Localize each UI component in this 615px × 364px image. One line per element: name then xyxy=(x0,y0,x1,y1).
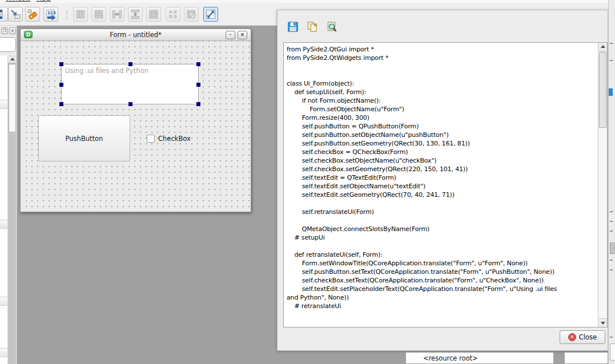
dock-float-button[interactable]: ❐ xyxy=(1,27,8,34)
form-canvas[interactable]: Using .ui files and Python PushButton Ch… xyxy=(21,41,250,212)
copy-code-button[interactable] xyxy=(305,19,319,34)
save-icon xyxy=(287,21,299,33)
scroll-up-arrow-icon[interactable] xyxy=(8,55,17,63)
save-code-button[interactable] xyxy=(286,19,300,34)
layout-horizontally-button[interactable] xyxy=(73,7,88,22)
code-scrollbar[interactable] xyxy=(598,43,607,327)
tree-branch-mark xyxy=(610,221,613,222)
find-icon xyxy=(325,21,338,33)
layout-vertically-button[interactable] xyxy=(91,7,106,22)
selection-handle[interactable] xyxy=(196,102,200,106)
form-window-title: Form - untitled* xyxy=(21,31,251,39)
copy-icon xyxy=(306,21,319,33)
edit-widgets-icon xyxy=(0,9,6,20)
close-button-label: Close xyxy=(579,333,597,341)
layout-grid-button[interactable] xyxy=(146,7,161,22)
horizontal-splitter-icon xyxy=(111,9,123,20)
layout-vertical-splitter-button[interactable] xyxy=(128,7,143,22)
resource-root-item[interactable]: <resource root> xyxy=(406,353,553,362)
edit-signals-slots-button[interactable] xyxy=(8,7,23,22)
code-scroll-thumb[interactable] xyxy=(599,52,606,128)
widget-box-list[interactable] xyxy=(0,55,7,364)
selection-handle[interactable] xyxy=(128,102,132,106)
code-view[interactable]: from PySide2.QtGui import * from PySide2… xyxy=(283,42,608,327)
selected-row-sliver xyxy=(609,88,613,96)
selection-handle[interactable] xyxy=(196,83,200,87)
button-sliver[interactable] xyxy=(610,343,615,361)
checkbox-widget[interactable]: CheckBox xyxy=(147,127,204,150)
vertical-splitter-icon xyxy=(130,9,141,20)
scrollbar-sliver[interactable] xyxy=(610,242,615,254)
form-window-titlebar[interactable]: D Form - untitled* - ✕ xyxy=(21,29,251,41)
break-layout-button[interactable] xyxy=(184,7,199,22)
code-preview-dialog: from PySide2.QtGui import * from PySide2… xyxy=(277,10,608,351)
tree-branch-mark xyxy=(610,43,613,44)
generated-python-code[interactable]: from PySide2.QtGui import * from PySide2… xyxy=(284,43,598,327)
layout-horizontal-splitter-button[interactable] xyxy=(110,7,124,22)
pushbutton-label: PushButton xyxy=(66,135,103,143)
grid-layout-icon xyxy=(148,9,159,20)
svg-text:123: 123 xyxy=(47,11,56,15)
layout-vertical-icon xyxy=(93,9,104,20)
widget-box-scrollbar[interactable] xyxy=(7,55,16,364)
qt-designer-window: Window Help xyxy=(0,0,615,364)
selection-handle[interactable] xyxy=(59,83,63,87)
tree-branch-mark xyxy=(610,230,613,232)
checkbox-indicator[interactable] xyxy=(147,135,155,143)
resource-preview-panel[interactable] xyxy=(564,352,608,364)
form-minimize-button[interactable]: - xyxy=(226,31,235,39)
tree-branch-mark xyxy=(610,260,613,261)
edit-buddies-button[interactable] xyxy=(25,7,40,22)
widget-box-scroll-thumb[interactable] xyxy=(9,64,16,132)
selection-handle[interactable] xyxy=(59,62,63,66)
form-editor-window[interactable]: D Form - untitled* - ✕ Using .ui files a… xyxy=(20,29,251,212)
widget-category-row[interactable] xyxy=(0,348,7,357)
menu-window[interactable]: Window xyxy=(6,0,30,2)
widget-category-row[interactable] xyxy=(0,297,7,306)
code-dialog-toolbar xyxy=(286,19,339,35)
form-close-button[interactable]: ✕ xyxy=(238,31,247,39)
scroll-down-arrow-icon[interactable] xyxy=(598,318,607,327)
textedit-widget[interactable]: Using .ui files and Python xyxy=(61,64,199,104)
layout-horizontal-icon xyxy=(75,9,86,20)
pushbutton-widget[interactable]: PushButton xyxy=(38,115,130,161)
close-icon: ✕ xyxy=(568,333,576,341)
edit-tab-order-icon: 123 xyxy=(45,9,57,20)
selection-handle[interactable] xyxy=(59,102,63,106)
selection-handle[interactable] xyxy=(196,62,200,66)
edit-buddies-icon xyxy=(27,9,38,20)
checkbox-label: CheckBox xyxy=(158,135,191,143)
scroll-up-arrow-icon[interactable] xyxy=(598,43,607,51)
adjust-size-icon xyxy=(205,9,216,20)
selection-handle[interactable] xyxy=(128,62,132,66)
textedit-placeholder: Using .ui files and Python xyxy=(62,64,198,77)
edit-signals-slots-icon xyxy=(10,9,21,20)
widget-box-dock: ❐ ✕ xyxy=(0,26,17,364)
edit-widgets-button[interactable] xyxy=(0,7,8,22)
break-layout-icon xyxy=(186,9,197,20)
resource-tree-panel[interactable]: <resource root> xyxy=(405,352,554,364)
widget-category-row[interactable] xyxy=(0,220,7,229)
dock-close-button[interactable]: ✕ xyxy=(9,27,16,34)
adjust-size-button[interactable] xyxy=(203,7,218,22)
form-layout-icon xyxy=(167,9,179,20)
find-in-code-button[interactable] xyxy=(324,19,339,34)
menu-help[interactable]: Help xyxy=(37,0,51,2)
widget-category-row[interactable] xyxy=(0,100,7,109)
close-dialog-button[interactable]: ✕ Close xyxy=(560,330,605,344)
tree-branch-mark xyxy=(610,211,613,212)
tree-branch-mark xyxy=(610,337,613,338)
right-dock-sliver xyxy=(608,0,615,364)
widget-filter-input[interactable] xyxy=(0,37,16,52)
edit-tab-order-button[interactable]: 123 xyxy=(43,7,58,22)
toolbar-separator xyxy=(66,10,67,19)
layout-form-layout-button[interactable] xyxy=(166,7,180,22)
tree-branch-mark xyxy=(610,269,613,270)
tree-branch-mark xyxy=(610,60,613,61)
